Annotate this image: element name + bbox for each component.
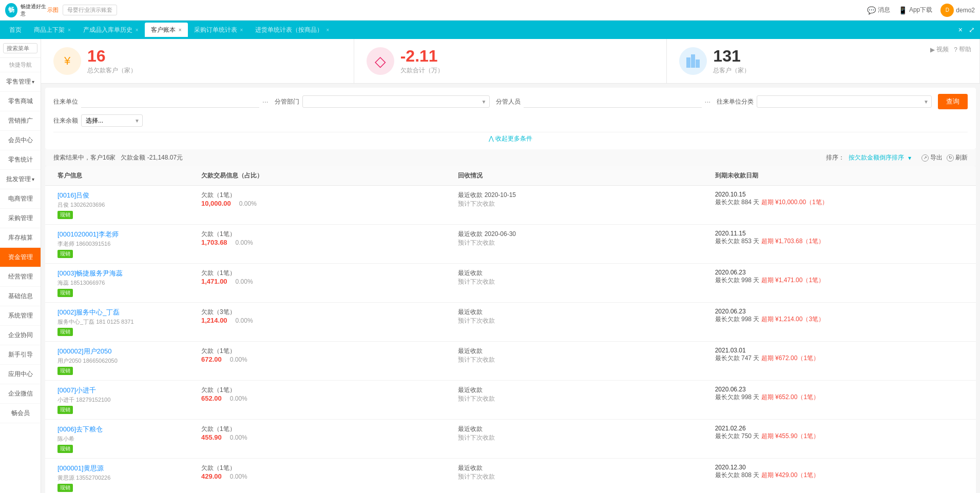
tab-purchase-close[interactable]: × xyxy=(240,27,243,33)
sidebar-item-member[interactable]: 会员中心 xyxy=(0,131,41,150)
debt-count: 欠款（1笔） xyxy=(201,464,450,472)
customer-tag: 现销 xyxy=(57,211,73,219)
tab-close-all: × ⤢ xyxy=(956,25,977,35)
app-download-btn[interactable]: 📱 App下载 xyxy=(898,6,932,14)
sidebar-item-enterprise[interactable]: 企业协同 xyxy=(0,326,41,345)
tab-instock[interactable]: 进货单统计表（按商品） × xyxy=(249,23,335,37)
stat-icon-debt-customers: ¥ xyxy=(53,47,81,75)
filter-select-balance-wrapper: 选择... ▼ xyxy=(81,114,143,127)
collection-info-cell: 最近收款 2020-10-15 预计下次收款 xyxy=(454,191,710,208)
overdue-link[interactable]: 超期 ¥652.00（1笔） xyxy=(761,393,819,401)
sidebar-item-app-center[interactable]: 应用中心 xyxy=(0,365,41,384)
customer-name[interactable]: [000001]黄思源 xyxy=(57,464,193,473)
filter-select-unit-type[interactable] xyxy=(757,95,932,108)
tab-goods-close[interactable]: × xyxy=(68,27,71,33)
debt-amount[interactable]: 1,703.68 xyxy=(201,239,227,246)
debt-amount[interactable]: 672.00 xyxy=(201,356,222,363)
sidebar-item-batch-mgmt[interactable]: 批发管理 ▾ xyxy=(0,170,41,189)
debt-count: 欠款（3笔） xyxy=(201,308,450,317)
sidebar-item-ecommerce[interactable]: 电商管理 xyxy=(0,189,41,209)
sidebar-item-vip[interactable]: 畅会员 xyxy=(0,404,41,423)
tab-purchase[interactable]: 采购订单统计表 × xyxy=(188,23,249,37)
tab-home[interactable]: 首页 xyxy=(3,23,28,37)
video-btn[interactable]: ▶ 视频 xyxy=(930,45,949,54)
overdue-link[interactable]: 超期 ¥429.00（1笔） xyxy=(761,471,819,479)
sidebar-item-purchase-mgmt[interactable]: 采购管理 xyxy=(0,209,41,228)
customer-contact: 陈小希 xyxy=(57,435,193,443)
collection-date: 最近收款 xyxy=(458,269,706,278)
refresh-btn[interactable]: ↻ 刷新 xyxy=(947,153,968,162)
stat-card-debt-customers: ¥ 16 总欠款客户（家） xyxy=(41,39,354,83)
brand-label: 示图 xyxy=(47,6,59,14)
search-input[interactable] xyxy=(3,43,37,53)
user-menu[interactable]: D demo2 xyxy=(940,4,975,17)
overdue-link[interactable]: 超期 ¥455.90（1笔） xyxy=(761,432,819,440)
sort-select[interactable]: 按欠款金额倒序排序 xyxy=(849,153,904,162)
tab-instock-close[interactable]: × xyxy=(326,27,329,33)
search-button[interactable]: 查询 xyxy=(938,94,968,109)
sidebar-item-guide[interactable]: 新手引导 xyxy=(0,345,41,365)
collection-info-cell: 最近收款 预计下次收款 xyxy=(454,464,710,481)
debt-amount[interactable]: 652.00 xyxy=(201,395,222,402)
overdue-link[interactable]: 超期 ¥1,214.00（3笔） xyxy=(761,315,824,323)
customer-name[interactable]: [0001020001]李老师 xyxy=(57,230,193,239)
debt-amount[interactable]: 1,214.00 xyxy=(201,317,227,324)
tab-customer-close[interactable]: × xyxy=(179,27,182,33)
due-date: 2021.02.26 xyxy=(715,425,964,432)
stat-card-debt-amount: ◇ -2.11 欠款合计（万） xyxy=(354,39,667,83)
debt-amount[interactable]: 10,000.00 xyxy=(201,200,231,207)
sidebar-item-basic-info[interactable]: 基础信息 xyxy=(0,287,41,306)
filter-row-1: 往来单位 ··· 分管部门 ▼ 分管人员 ··· 往来 xyxy=(53,94,968,109)
debt-amount[interactable]: 1,471.00 xyxy=(201,278,227,285)
filter-select-balance[interactable]: 选择... xyxy=(81,114,143,127)
tab-products[interactable]: 产成品入库单历史 × xyxy=(77,23,145,37)
due-date-cell: 2020.10.15 最长欠款 884 天 超期 ¥10,000.00（1笔） xyxy=(711,191,968,207)
sidebar: 快捷导航 零售管理 ▾ 零售商城 营销推广 会员中心 零售统计 批发管理 ▾ xyxy=(0,39,41,493)
sidebar-item-retail-mall[interactable]: 零售商城 xyxy=(0,92,41,111)
filter-select-dept[interactable] xyxy=(302,95,490,108)
sidebar-item-stock-check[interactable]: 库存核算 xyxy=(0,228,41,248)
customer-contact: 用户2050 18665062050 xyxy=(57,357,193,365)
close-all-tabs-btn[interactable]: × xyxy=(956,25,965,35)
collection-next: 预计下次收款 xyxy=(458,317,706,325)
sidebar-item-system[interactable]: 系统管理 xyxy=(0,306,41,326)
overdue-link[interactable]: 超期 ¥1,703.68（1笔） xyxy=(761,238,824,245)
logo: 畅 畅捷通好生意 xyxy=(5,3,46,17)
customer-info-cell: [000001]黄思源 黄思源 13552700226 现销 xyxy=(53,464,197,492)
customer-name[interactable]: [0006]去下粮仓 xyxy=(57,425,193,434)
overdue-link[interactable]: 超期 ¥672.00（1笔） xyxy=(761,354,819,362)
sidebar-item-finance[interactable]: 资金管理 xyxy=(0,248,41,267)
filter-ellipsis-from-unit[interactable]: ··· xyxy=(262,97,268,106)
tab-goods[interactable]: 商品上下架 × xyxy=(28,23,77,37)
tab-products-close[interactable]: × xyxy=(136,27,139,33)
customer-name[interactable]: [0003]畅捷服务尹海蕊 xyxy=(57,269,193,278)
debt-amount[interactable]: 455.90 xyxy=(201,433,222,441)
message-btn[interactable]: 💬 消息 xyxy=(867,6,890,14)
debt-info-cell: 欠款（1笔） 1,703.68 0.00% xyxy=(197,230,454,246)
due-date: 2020.12.30 xyxy=(715,464,964,471)
sidebar-item-marketing[interactable]: 营销推广 xyxy=(0,111,41,131)
debt-amount[interactable]: 429.00 xyxy=(201,472,222,480)
overdue-link[interactable]: 超期 ¥10,000.00（1笔） xyxy=(761,199,828,206)
help-btn[interactable]: ? 帮助 xyxy=(954,45,971,54)
debt-pct: 0.00% xyxy=(236,239,253,246)
customer-name[interactable]: [0002]服务中心_丁磊 xyxy=(57,308,193,317)
collapse-bar[interactable]: ⋀ 收起更多条件 xyxy=(53,132,968,145)
sidebar-item-retail-stat[interactable]: 零售统计 xyxy=(0,150,41,170)
export-btn[interactable]: ↗ 导出 xyxy=(921,153,943,162)
customer-name[interactable]: [0016]吕俊 xyxy=(57,191,193,200)
filter-ellipsis-person[interactable]: ··· xyxy=(705,97,711,106)
filter-input-from-unit[interactable] xyxy=(81,96,259,108)
tab-customer[interactable]: 客户账本 × xyxy=(145,23,188,37)
sidebar-item-retail-mgmt[interactable]: 零售管理 ▾ xyxy=(0,72,41,92)
industry-label: 母婴行业演示账套 xyxy=(63,5,117,15)
customer-name[interactable]: [000002]用户2050 xyxy=(57,347,193,356)
overdue-days: 最长欠款 998 天 超期 ¥1,214.00（3笔） xyxy=(715,315,964,324)
overdue-link[interactable]: 超期 ¥1,471.00（1笔） xyxy=(761,277,824,284)
filter-input-person[interactable] xyxy=(524,96,702,108)
customer-name[interactable]: [0007]小进千 xyxy=(57,386,193,395)
sidebar-item-wechat[interactable]: 企业微信 xyxy=(0,384,41,404)
result-bar: 搜索结果中，客户16家 欠款金额 -21,148.07元 排序： 按欠款金额倒序… xyxy=(45,149,976,166)
sidebar-item-operation[interactable]: 经营管理 xyxy=(0,267,41,287)
expand-tabs-btn[interactable]: ⤢ xyxy=(967,25,977,35)
